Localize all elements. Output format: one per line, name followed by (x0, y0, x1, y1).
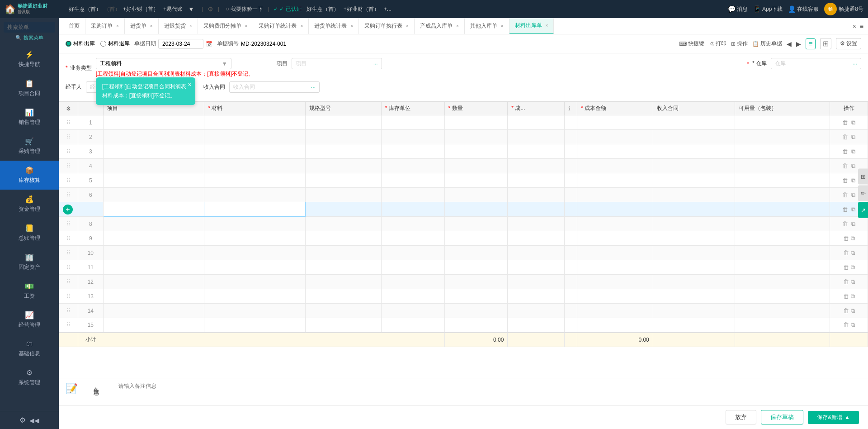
row-cost-amount-cell[interactable] (577, 260, 653, 275)
cost-price-info-icon[interactable]: ℹ (568, 105, 571, 112)
row-delete-btn[interactable]: 🗑 (841, 191, 849, 199)
row-copy-btn[interactable]: ⧉ (850, 277, 856, 286)
row-project-cell[interactable] (103, 246, 204, 260)
tab-material-out-close[interactable]: × (546, 23, 548, 28)
tab-return[interactable]: 进退货货 × (159, 18, 198, 34)
nav-settings-icon[interactable]: ⚙ (208, 5, 213, 13)
row-drag-handle[interactable]: ⠿ (59, 173, 78, 188)
row-spec-cell[interactable] (306, 173, 382, 188)
top-nav-link2[interactable]: +好业财（首） (121, 5, 160, 14)
tab-receipt-stat-close[interactable]: × (350, 24, 353, 29)
row-project-cell[interactable] (103, 275, 204, 289)
next-record-btn[interactable]: ▶ (796, 40, 801, 48)
row-material-cell[interactable] (204, 217, 306, 231)
row-delete-btn[interactable]: 🗑 (841, 205, 849, 214)
row-copy-btn[interactable]: ⧉ (850, 248, 856, 257)
project-select[interactable]: 项目 ··· (292, 58, 382, 69)
row-available-qty-cell[interactable] (735, 289, 830, 304)
row-cost-price-cell[interactable] (508, 130, 565, 144)
row-delete-btn[interactable]: 🗑 (842, 234, 850, 243)
row-spec-cell[interactable] (306, 144, 382, 159)
row-drag-handle[interactable]: ⠿ (59, 246, 78, 260)
row-cost-price-cell[interactable] (508, 246, 565, 260)
row-copy-btn[interactable]: ⧉ (850, 219, 856, 229)
row-cost-amount-cell[interactable] (577, 275, 653, 289)
row-material-cell[interactable] (204, 173, 306, 188)
tab-receipt-close[interactable]: × (150, 24, 153, 29)
row-project-cell[interactable] (103, 144, 204, 159)
row-copy-btn[interactable]: ⧉ (850, 176, 856, 185)
row-available-qty-cell[interactable] (735, 275, 830, 289)
income-contract-link-icon[interactable]: ··· (311, 84, 316, 91)
row-cost-amount-cell[interactable] (577, 304, 653, 318)
row-income-contract-cell[interactable] (653, 304, 735, 318)
tab-expense[interactable]: 采购费用分摊单 × (198, 18, 254, 34)
row-material-cell[interactable] (204, 188, 306, 202)
warehouse-link-icon[interactable]: ··· (853, 61, 857, 67)
row-copy-btn[interactable]: ⧉ (850, 234, 856, 243)
row-project-cell[interactable] (103, 318, 204, 333)
row-income-contract-cell[interactable] (653, 318, 735, 333)
tab-material-out[interactable]: 材料出库单 × (509, 18, 554, 34)
project-link-icon[interactable]: ··· (373, 61, 378, 67)
row-unit-cell[interactable] (381, 144, 444, 159)
sidebar-item-basic[interactable]: 🗂 基础信息 (0, 334, 59, 363)
row-cost-price-cell[interactable] (508, 304, 565, 318)
row-unit-cell[interactable] (381, 231, 444, 246)
row-material-cell[interactable] (204, 260, 306, 275)
tab-close-all-btn[interactable]: × (853, 23, 856, 30)
row-available-qty-cell[interactable] (735, 115, 830, 130)
online-service-btn[interactable]: 👤 在线客服 (788, 5, 819, 13)
row-delete-btn[interactable]: 🗑 (841, 133, 849, 141)
row-income-contract-cell[interactable] (653, 159, 735, 173)
tab-po-exec-close[interactable]: × (406, 24, 409, 29)
row-project-cell[interactable] (103, 130, 204, 144)
tab-other-in[interactable]: 其他入库单 × (465, 18, 509, 34)
row-unit-cell[interactable] (381, 275, 444, 289)
top-more-link3[interactable]: +... (382, 5, 393, 13)
row-income-contract-cell[interactable] (653, 144, 735, 159)
tab-po-close[interactable]: × (116, 24, 119, 29)
row-qty-cell[interactable] (444, 231, 508, 246)
shortcut-btn[interactable]: ⌨ 快捷键 (679, 40, 704, 48)
grid-view-btn[interactable]: ⊞ (820, 38, 831, 49)
row-drag-handle[interactable]: ⠿ (59, 318, 78, 333)
sidebar-item-salary[interactable]: 💵 工资 (0, 276, 59, 305)
row-spec-cell[interactable] (306, 115, 382, 130)
warehouse-select[interactable]: 仓库 ··· (771, 58, 861, 69)
row-available-qty-cell[interactable] (735, 159, 830, 173)
row-spec-cell[interactable] (306, 188, 382, 202)
sidebar-item-operation[interactable]: 📈 经营管理 (0, 305, 59, 334)
mode-out-input[interactable] (66, 41, 71, 47)
row-unit-cell[interactable] (381, 159, 444, 173)
row-unit-cell[interactable] (381, 260, 444, 275)
row-delete-btn[interactable]: 🗑 (841, 147, 849, 156)
row-available-qty-cell[interactable] (735, 144, 830, 159)
row-qty-cell[interactable] (444, 260, 508, 275)
row-material-cell[interactable] (204, 275, 306, 289)
row-qty-cell[interactable] (444, 130, 508, 144)
row-spec-cell[interactable] (306, 289, 382, 304)
save-draft-btn[interactable]: 保存草稿 (761, 410, 803, 424)
col-settings-header[interactable]: ⚙ (59, 102, 78, 115)
app-download-btn[interactable]: 📱 App下载 (753, 5, 783, 13)
row-delete-btn[interactable]: 🗑 (841, 162, 849, 170)
row-copy-btn[interactable]: ⧉ (850, 147, 856, 156)
row-income-contract-cell[interactable] (653, 115, 735, 130)
row-spec-cell[interactable] (306, 275, 382, 289)
row-unit-active-cell[interactable] (381, 202, 444, 217)
row-drag-handle[interactable]: ⠿ (59, 217, 78, 231)
row-delete-btn[interactable]: 🗑 (841, 118, 849, 127)
row-available-qty-cell[interactable] (735, 173, 830, 188)
row-qty-cell[interactable] (444, 188, 508, 202)
row-spec-cell[interactable] (306, 260, 382, 275)
mode-return-radio[interactable]: 材料退库 (100, 40, 130, 48)
row-drag-handle[interactable]: ⠿ (59, 144, 78, 159)
mode-out-radio[interactable]: 材料出库 (66, 40, 95, 48)
row-available-qty-cell[interactable] (735, 130, 830, 144)
row-drag-handle[interactable]: ⠿ (59, 260, 78, 275)
top-nav-link1[interactable]: 好生意（首） (67, 5, 103, 14)
row-cost-price-active-cell[interactable] (508, 202, 565, 217)
experience-link[interactable]: ○ 我要体验一下 (224, 5, 265, 14)
row-income-contract-cell[interactable] (653, 231, 735, 246)
